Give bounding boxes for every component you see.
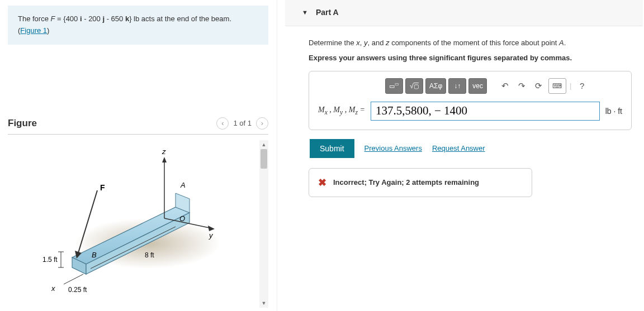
answer-box: ▭▭ √▢ ΑΣφ ↓↑ vec ↶ ↷ ⟳ ⌨ | ? Mx , My , M…	[309, 71, 632, 130]
figure-header: Figure ‹ 1 of 1 ›	[8, 117, 268, 135]
figure-body: z y A O B F 8 ft	[8, 140, 268, 308]
reset-button[interactable]: ⟳	[532, 78, 546, 94]
figure-counter: 1 of 1	[233, 119, 252, 127]
figure-section: Figure ‹ 1 of 1 ›	[0, 117, 274, 308]
problem-statement: The force F = {400 i - 200 j - 650 k} lb…	[8, 6, 268, 45]
submit-button[interactable]: Submit	[310, 139, 354, 158]
answer-label: Mx , My , Mz =	[318, 106, 365, 116]
svg-text:1.5 ft: 1.5 ft	[42, 256, 58, 264]
figure-prev-button[interactable]: ‹	[216, 117, 229, 130]
svg-marker-9	[208, 226, 215, 231]
answer-instructions: Express your answers using three signifi…	[309, 54, 632, 62]
answer-row: Mx , My , Mz = lb · ft	[318, 102, 622, 121]
question-area: Determine the x, y, and z components of …	[285, 26, 643, 197]
part-header[interactable]: ▼ Part A	[285, 0, 643, 26]
answer-input[interactable]	[371, 102, 600, 121]
svg-marker-6	[162, 157, 167, 162]
collapse-caret-icon[interactable]: ▼	[302, 9, 308, 16]
question-text: Determine the x, y, and z components of …	[309, 37, 632, 49]
feedback-box: ✖ Incorrect; Try Again; 2 attempts remai…	[309, 168, 532, 197]
request-answer-link[interactable]: Request Answer	[432, 144, 485, 152]
vec-button[interactable]: vec	[468, 78, 487, 94]
figure-title: Figure	[8, 118, 37, 129]
left-panel: The force F = {400 i - 200 j - 650 k} lb…	[0, 0, 274, 311]
incorrect-icon: ✖	[318, 176, 326, 189]
help-button[interactable]: ?	[575, 78, 589, 94]
figure-next-button[interactable]: ›	[256, 117, 268, 130]
subsup-button[interactable]: ↓↑	[448, 78, 466, 94]
previous-answers-link[interactable]: Previous Answers	[364, 144, 422, 152]
sqrt-button[interactable]: √▢	[405, 78, 423, 94]
svg-text:z: z	[162, 147, 166, 156]
undo-button[interactable]: ↶	[498, 78, 513, 94]
svg-line-23	[64, 274, 83, 284]
svg-text:B: B	[92, 251, 97, 259]
figure-link[interactable]: Figure 1	[20, 26, 47, 35]
panel-divider	[277, 0, 277, 311]
svg-text:F: F	[100, 183, 105, 192]
svg-text:8 ft: 8 ft	[145, 251, 154, 259]
svg-text:O: O	[179, 214, 185, 223]
svg-text:0.25 ft: 0.25 ft	[68, 286, 87, 294]
figure-scrollbar[interactable]: ▲ ▼	[259, 140, 268, 308]
scroll-down-icon[interactable]: ▼	[259, 299, 268, 308]
svg-text:A: A	[180, 181, 186, 189]
keyboard-button[interactable]: ⌨	[548, 78, 566, 94]
action-row: Submit Previous Answers Request Answer	[309, 139, 632, 158]
problem-text: The force F = {400 i - 200 j - 650 k} lb…	[18, 15, 231, 23]
greek-button[interactable]: ΑΣφ	[425, 78, 446, 94]
figure-image: z y A O B F 8 ft	[19, 140, 254, 296]
templates-button[interactable]: ▭▭	[385, 78, 403, 94]
answer-units: lb · ft	[605, 107, 622, 116]
right-panel: ▼ Part A Determine the x, y, and z compo…	[285, 0, 643, 311]
scroll-thumb[interactable]	[261, 149, 267, 169]
redo-button[interactable]: ↷	[515, 78, 529, 94]
part-title: Part A	[316, 8, 339, 17]
svg-text:x: x	[51, 284, 55, 293]
scroll-up-icon[interactable]: ▲	[259, 140, 268, 149]
figure-nav: ‹ 1 of 1 ›	[216, 117, 268, 130]
equation-toolbar: ▭▭ √▢ ΑΣφ ↓↑ vec ↶ ↷ ⟳ ⌨ | ?	[318, 78, 622, 94]
feedback-text: Incorrect; Try Again; 2 attempts remaini…	[333, 178, 479, 186]
